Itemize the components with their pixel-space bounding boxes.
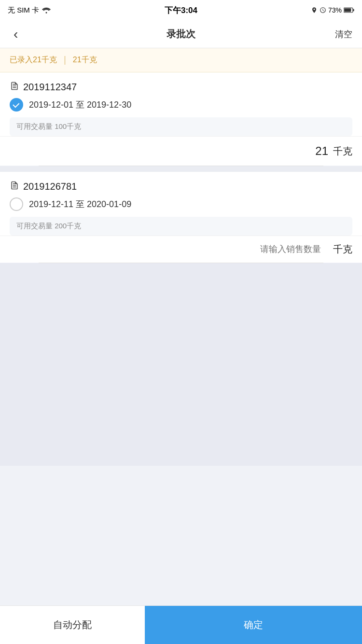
batch-1-avail-text: 可用交易量 100千克	[16, 122, 81, 130]
batch-2-header: 2019126781	[10, 181, 352, 193]
batch-1-amount-row: 21 千克	[0, 136, 362, 166]
status-bar: 无 SIM 卡 下午3:04 73%	[0, 0, 362, 20]
bottom-gray-area	[0, 263, 362, 466]
quantity-input[interactable]	[216, 244, 328, 254]
batch-1-icon	[10, 81, 19, 93]
battery-percent: 73%	[328, 6, 342, 14]
svg-rect-2	[353, 9, 354, 12]
value-label: 21千克	[73, 55, 97, 65]
bg-divider	[0, 166, 362, 172]
status-left: 无 SIM 卡	[8, 6, 51, 15]
batch-1-date-row[interactable]: 2019-12-01 至 2019-12-30	[10, 98, 352, 112]
info-banner: 已录入21千克 21千克	[0, 48, 362, 72]
batch-2-date: 2019-12-11 至 2020-01-09	[29, 198, 131, 210]
confirm-button[interactable]: 确定	[145, 606, 362, 644]
auto-distribute-button[interactable]: 自动分配	[0, 606, 145, 644]
location-icon	[311, 7, 318, 14]
battery-icon	[344, 7, 354, 13]
wifi-icon	[42, 7, 51, 14]
batch-2-avail: 可用交易量 200千克	[10, 217, 352, 236]
nav-bar: ‹ 录批次 清空	[0, 20, 362, 48]
batch-2-icon	[10, 181, 19, 193]
batch-1-date: 2019-12-01 至 2019-12-30	[29, 99, 131, 111]
batch-2-avail-text: 可用交易量 200千克	[16, 222, 81, 230]
clear-button[interactable]: 清空	[335, 28, 352, 40]
info-divider	[65, 56, 65, 65]
alarm-icon	[320, 7, 326, 14]
batch-1-amount: 21	[315, 144, 328, 158]
no-sim-text: 无 SIM 卡	[8, 6, 39, 15]
back-button[interactable]: ‹	[10, 25, 22, 44]
bottom-bar: 自动分配 确定	[0, 605, 362, 644]
page-title: 录批次	[167, 28, 195, 41]
batch-1-unit: 千克	[333, 145, 352, 158]
status-right: 73%	[311, 6, 354, 14]
batch-1-header: 2019112347	[10, 81, 352, 93]
batch-1-id: 2019112347	[23, 82, 77, 93]
recorded-label: 已录入21千克	[10, 55, 57, 65]
status-time: 下午3:04	[165, 5, 197, 16]
batch-2-date-row[interactable]: 2019-12-11 至 2020-01-09	[10, 197, 352, 211]
batch-2-card: 2019126781 2019-12-11 至 2020-01-09 可用交易量…	[0, 172, 362, 236]
batch-1-radio[interactable]	[10, 98, 23, 112]
batch-1-avail: 可用交易量 100千克	[10, 117, 352, 136]
svg-rect-1	[344, 8, 351, 12]
batch-2-id: 2019126781	[23, 181, 77, 192]
batch-1-card: 2019112347 2019-12-01 至 2019-12-30 可用交易量…	[0, 72, 362, 136]
batch-2-radio[interactable]	[10, 197, 23, 211]
batch-2-unit: 千克	[333, 243, 352, 256]
batch-2-input-row: 千克	[0, 236, 362, 263]
